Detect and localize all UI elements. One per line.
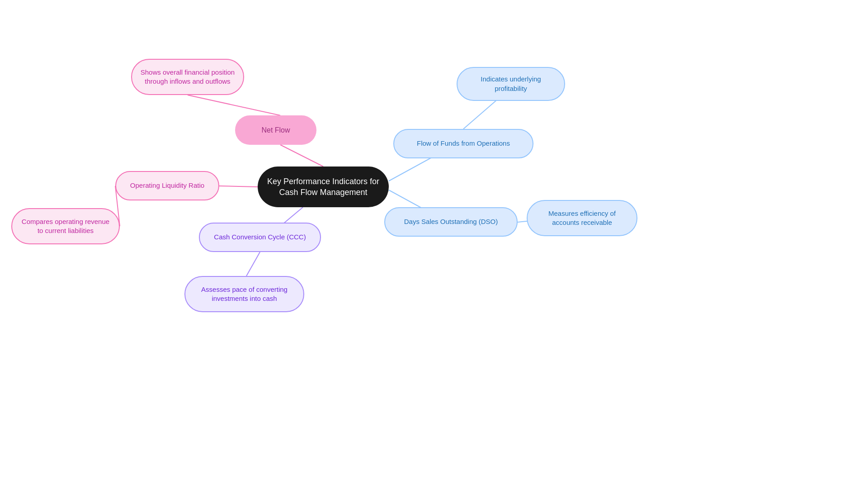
net-flow-node: Net Flow xyxy=(235,115,316,145)
svg-line-0 xyxy=(280,145,323,167)
compares-operating-node: Compares operating revenue to current li… xyxy=(11,208,120,244)
dso-node: Days Sales Outstanding (DSO) xyxy=(384,207,518,237)
center-node: Key Performance Indicators for Cash Flow… xyxy=(258,167,389,207)
svg-line-7 xyxy=(463,100,497,129)
cash-conversion-node: Cash Conversion Cycle (CCC) xyxy=(199,223,321,252)
svg-line-5 xyxy=(246,252,260,276)
svg-line-1 xyxy=(188,95,280,115)
flow-funds-node: Flow of Funds from Operations xyxy=(393,129,533,158)
connections-svg xyxy=(0,0,868,490)
operating-liquidity-node: Operating Liquidity Ratio xyxy=(115,171,219,200)
shows-overall-node: Shows overall financial position through… xyxy=(131,59,244,95)
svg-line-2 xyxy=(219,186,258,187)
measures-efficiency-node: Measures efficiency of accounts receivab… xyxy=(527,200,637,236)
indicates-node: Indicates underlying profitability xyxy=(457,67,565,101)
assesses-pace-node: Assesses pace of converting investments … xyxy=(184,276,304,312)
